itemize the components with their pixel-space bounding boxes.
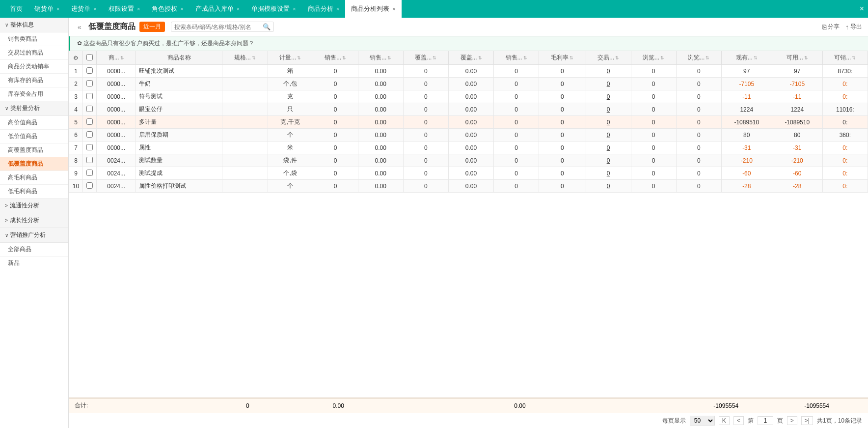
code-th[interactable]: 商...⇅ [97,51,136,65]
close-all-button[interactable]: × [860,4,864,13]
row-trade[interactable]: 0 [586,65,631,78]
sidebar-section-liquidity[interactable]: > 流通性分析 [0,199,68,213]
row-checkbox[interactable] [83,78,97,90]
sidebar-section-class-analysis[interactable]: ∨ 类射量分析 [0,101,68,116]
nav-tab-purchase[interactable]: 进货单 × [65,0,102,18]
nav-tab-roles[interactable]: 角色授权 × [146,0,189,18]
row-trade[interactable]: 0 [586,142,631,154]
coverage1-th[interactable]: 覆盖...⇅ [403,51,448,65]
main-layout: ∨ 整体信息 销售类商品 交易过的商品 商品分类动销率 有库存的商品 库存资金占… [0,18,868,428]
sidebar-section-marketing[interactable]: ∨ 营销推广分析 [0,228,68,243]
sidebar-item-all-goods[interactable]: 全部商品 [0,243,68,257]
row-trade[interactable]: 0 [586,90,631,103]
nav-tab-permissions[interactable]: 权限设置 × [103,0,146,18]
collapse-button[interactable]: « [75,22,84,32]
spec-th[interactable]: 规格...⇅ [222,51,268,65]
available-th[interactable]: 可用...⇅ [772,51,822,65]
row-checkbox[interactable] [83,167,97,180]
current-th[interactable]: 现有...⇅ [721,51,772,65]
row-trade[interactable]: 0 [586,103,631,116]
row-trade[interactable]: 0 [586,129,631,142]
row-checkbox[interactable] [83,154,97,167]
row-spec [222,180,268,193]
sales-count-th[interactable]: 销售...⇅ [494,51,539,65]
row-num: 5 [69,116,83,129]
sidebar-item-capital[interactable]: 库存资金占用 [0,87,68,101]
row-checkbox[interactable] [83,142,97,154]
close-icon[interactable]: × [137,6,140,12]
sidebar-item-low-margin[interactable]: 低毛利商品 [0,185,68,199]
sidebar-item-high-coverage[interactable]: 高覆盖度商品 [0,143,68,157]
gross-rate-th[interactable]: 毛利率⇅ [539,51,586,65]
sales-qty-th[interactable]: 销售...⇅ [313,51,358,65]
sidebar-item-low-coverage[interactable]: 低覆盖度商品 [0,157,68,171]
sidebar-item-new-goods[interactable]: 新品 [0,257,68,270]
nav-tab-sales[interactable]: 销货单 × [28,0,65,18]
close-icon[interactable]: × [180,6,183,12]
row-spec [222,78,268,90]
row-trade[interactable]: 0 [586,167,631,180]
unit-th[interactable]: 计量...⇅ [268,51,313,65]
sidebar-item-sales-goods[interactable]: 销售类商品 [0,32,68,46]
row-trade[interactable]: 0 [586,116,631,129]
sidebar-section-growth[interactable]: > 成长性分析 [0,213,68,228]
nav-tab-analysis[interactable]: 商品分析 × [302,0,345,18]
table-wrapper[interactable]: ⚙ 商...⇅ 商品名称 规格...⇅ 计量...⇅ 销售...⇅ 销售...⇅… [69,51,868,398]
search-input[interactable] [174,24,263,30]
row-trade[interactable]: 0 [586,154,631,167]
nav-tab-analysis-list[interactable]: 商品分析列表 × [345,0,401,18]
close-icon[interactable]: × [392,6,395,12]
row-checkbox[interactable] [83,180,97,193]
page-number-input[interactable] [758,416,773,425]
table-header-row: ⚙ 商...⇅ 商品名称 规格...⇅ 计量...⇅ 销售...⇅ 销售...⇅… [69,51,868,65]
close-icon[interactable]: × [93,6,96,12]
row-br2: 0 [676,180,721,193]
row-checkbox[interactable] [83,116,97,129]
coverage2-th[interactable]: 覆盖...⇅ [448,51,493,65]
row-trade[interactable]: 0 [586,180,631,193]
share-button[interactable]: ⎘ 分享 [822,23,840,31]
nav-tab-templates[interactable]: 单据模板设置 × [245,0,301,18]
sidebar-section-overall[interactable]: ∨ 整体信息 [0,18,68,32]
row-cov1: 0 [403,167,448,180]
row-checkbox[interactable] [83,129,97,142]
close-icon[interactable]: × [56,6,59,12]
sidebar-item-category-rate[interactable]: 商品分类动销率 [0,60,68,74]
close-icon[interactable]: × [237,6,240,12]
sidebar-item-low-value[interactable]: 低价值商品 [0,130,68,143]
row-sales-amt: 0.00 [358,65,403,78]
sidebar-item-high-margin[interactable]: 高毛利商品 [0,171,68,185]
sidebar-item-high-value[interactable]: 高价值商品 [0,116,68,130]
prev-page-button[interactable]: < [733,416,744,425]
row-code: 0000... [97,65,136,78]
last-page-button[interactable]: >| [801,416,813,425]
export-button[interactable]: ↑ 导出 [845,23,862,31]
row-checkbox[interactable] [83,90,97,103]
row-br1: 0 [631,154,676,167]
time-filter-button[interactable]: 近一月 [139,22,165,32]
first-page-button[interactable]: K [719,416,730,425]
trade-th[interactable]: 交易...⇅ [586,51,631,65]
row-checkbox[interactable] [83,65,97,78]
next-page-button[interactable]: > [787,416,797,425]
close-icon[interactable]: × [336,6,339,12]
nav-tab-home[interactable]: 首页 [4,0,28,18]
nav-tab-products-in[interactable]: 产成品入库单 × [190,0,245,18]
sales-amt-th[interactable]: 销售...⇅ [358,51,403,65]
close-icon[interactable]: × [293,6,296,12]
row-br2: 0 [676,154,721,167]
browse2-th[interactable]: 浏览...⇅ [676,51,721,65]
sidebar-item-traded-goods[interactable]: 交易过的商品 [0,46,68,60]
sidebar-item-in-stock[interactable]: 有库存的商品 [0,74,68,87]
settings-th[interactable]: ⚙ [69,51,83,65]
page-size-select[interactable]: 50 10 20 100 [690,416,715,426]
check-th[interactable] [83,51,97,65]
row-trade[interactable]: 0 [586,78,631,90]
sellable-th[interactable]: 可销...⇅ [822,51,868,65]
browse1-th[interactable]: 浏览...⇅ [631,51,676,65]
row-name: 符号测试 [136,90,222,103]
row-code: 0000... [97,103,136,116]
row-checkbox[interactable] [83,103,97,116]
row-unit: 米 [268,142,313,154]
select-all-checkbox[interactable] [86,54,93,60]
